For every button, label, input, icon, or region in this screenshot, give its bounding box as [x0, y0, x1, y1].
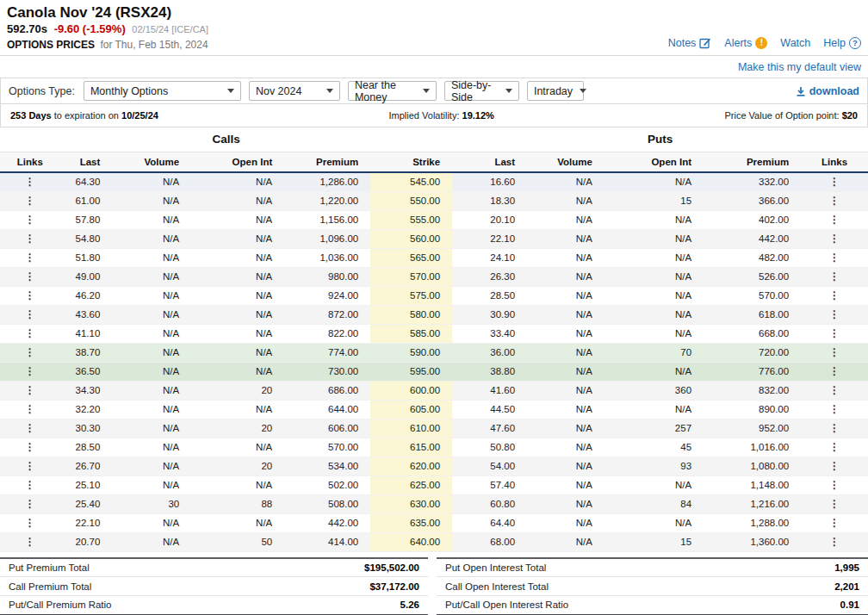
session-select[interactable]: Intraday	[527, 81, 584, 101]
price-change: -9.60 (-1.59%)	[54, 22, 126, 35]
put-row-menu-icon[interactable]: ⋮	[801, 457, 868, 475]
put-premium: 720.00	[704, 343, 801, 362]
call-row-menu-icon[interactable]: ⋮	[0, 494, 60, 513]
table-row: ⋮28.50N/AN/A570.00615.0050.80N/A451,016.…	[0, 438, 868, 457]
call-open-int: 88	[191, 494, 284, 513]
quote-date: 02/15/24 [ICE/CA]	[132, 24, 208, 34]
help-link[interactable]: Help ?	[823, 37, 861, 49]
download-button[interactable]: download	[796, 85, 859, 97]
put-open-int: N/A	[604, 475, 704, 494]
column-header-links-calls: Links	[0, 152, 60, 172]
session-value: Intraday	[534, 85, 573, 97]
put-open-int: N/A	[604, 513, 704, 532]
column-header-row: Links Last Volume Open Int Premium Strik…	[0, 152, 868, 172]
notes-link[interactable]: Notes	[668, 37, 712, 49]
call-row-menu-icon[interactable]: ⋮	[0, 248, 60, 267]
put-row-menu-icon[interactable]: ⋮	[801, 191, 868, 210]
view-mode-select[interactable]: Side-by-Side	[444, 81, 519, 101]
call-open-int: N/A	[191, 191, 284, 210]
put-open-int: N/A	[604, 248, 704, 267]
call-row-menu-icon[interactable]: ⋮	[0, 362, 60, 381]
summary-value: 0.91	[779, 596, 868, 615]
call-row-menu-icon[interactable]: ⋮	[0, 191, 60, 210]
put-volume: N/A	[527, 343, 604, 362]
strike: 615.00	[370, 438, 452, 457]
call-row-menu-icon[interactable]: ⋮	[0, 419, 60, 438]
call-row-menu-icon[interactable]: ⋮	[0, 305, 60, 324]
put-row-menu-icon[interactable]: ⋮	[801, 362, 868, 381]
puts-group-header: Puts	[452, 127, 868, 152]
put-last: 26.30	[452, 267, 527, 286]
put-premium: 890.00	[704, 400, 801, 419]
put-row-menu-icon[interactable]: ⋮	[801, 494, 868, 513]
put-premium: 1,016.00	[704, 438, 801, 457]
put-volume: N/A	[527, 494, 604, 513]
call-row-menu-icon[interactable]: ⋮	[0, 324, 60, 343]
call-row-menu-icon[interactable]: ⋮	[0, 532, 60, 551]
put-last: 60.80	[452, 494, 527, 513]
strike: 575.00	[370, 286, 452, 305]
put-row-menu-icon[interactable]: ⋮	[801, 419, 868, 438]
call-premium: 414.00	[284, 532, 370, 551]
put-volume: N/A	[527, 362, 604, 381]
call-premium: 508.00	[284, 494, 370, 513]
call-open-int: 20	[191, 457, 284, 475]
put-last: 41.60	[452, 381, 527, 400]
put-row-menu-icon[interactable]: ⋮	[801, 210, 868, 229]
call-row-menu-icon[interactable]: ⋮	[0, 513, 60, 532]
call-volume: 30	[112, 494, 191, 513]
call-volume: N/A	[112, 248, 191, 267]
caret-down-icon	[505, 89, 512, 93]
options-type-select[interactable]: Monthly Options	[84, 81, 241, 101]
put-row-menu-icon[interactable]: ⋮	[801, 475, 868, 494]
call-volume: N/A	[112, 362, 191, 381]
expiration-month-select[interactable]: Nov 2024	[249, 81, 340, 101]
put-open-int: 70	[604, 343, 704, 362]
summary-value: $37,172.00	[272, 577, 428, 596]
strike-range-select[interactable]: Near the Money	[348, 81, 437, 101]
call-row-menu-icon[interactable]: ⋮	[0, 343, 60, 362]
call-row-menu-icon[interactable]: ⋮	[0, 475, 60, 494]
put-row-menu-icon[interactable]: ⋮	[801, 513, 868, 532]
call-row-menu-icon[interactable]: ⋮	[0, 267, 60, 286]
call-open-int: N/A	[191, 210, 284, 229]
put-last: 47.60	[452, 419, 527, 438]
put-row-menu-icon[interactable]: ⋮	[801, 438, 868, 457]
call-row-menu-icon[interactable]: ⋮	[0, 210, 60, 229]
call-row-menu-icon[interactable]: ⋮	[0, 438, 60, 457]
table-row: ⋮36.50N/AN/A730.00595.0038.80N/AN/A776.0…	[0, 362, 868, 381]
premium-summary-table: Put Premium Total$195,502.00Call Premium…	[0, 557, 428, 615]
watch-link[interactable]: Watch	[780, 37, 810, 49]
open-interest-summary-table: Put Open Interest Total1,995Call Open In…	[437, 557, 868, 615]
call-row-menu-icon[interactable]: ⋮	[0, 286, 60, 305]
put-premium: 1,148.00	[704, 475, 801, 494]
put-row-menu-icon[interactable]: ⋮	[801, 532, 868, 551]
put-row-menu-icon[interactable]: ⋮	[801, 248, 868, 267]
put-row-menu-icon[interactable]: ⋮	[801, 305, 868, 324]
put-row-menu-icon[interactable]: ⋮	[801, 229, 868, 248]
put-row-menu-icon[interactable]: ⋮	[801, 381, 868, 400]
strike: 570.00	[370, 267, 452, 286]
put-open-int: N/A	[604, 362, 704, 381]
call-row-menu-icon[interactable]: ⋮	[0, 229, 60, 248]
put-row-menu-icon[interactable]: ⋮	[801, 343, 868, 362]
put-last: 38.80	[452, 362, 527, 381]
put-row-menu-icon[interactable]: ⋮	[801, 286, 868, 305]
put-row-menu-icon[interactable]: ⋮	[801, 267, 868, 286]
call-row-menu-icon[interactable]: ⋮	[0, 381, 60, 400]
call-open-int: 20	[191, 419, 284, 438]
call-row-menu-icon[interactable]: ⋮	[0, 172, 60, 191]
put-volume: N/A	[527, 400, 604, 419]
call-row-menu-icon[interactable]: ⋮	[0, 400, 60, 419]
put-row-menu-icon[interactable]: ⋮	[801, 400, 868, 419]
summary-label: Put Premium Total	[0, 558, 272, 577]
alerts-link[interactable]: Alerts !	[724, 37, 767, 49]
table-row: ⋮51.80N/AN/A1,036.00565.0024.10N/AN/A482…	[0, 248, 868, 267]
default-view-link[interactable]: Make this my default view	[738, 61, 861, 73]
put-row-menu-icon[interactable]: ⋮	[801, 324, 868, 343]
call-row-menu-icon[interactable]: ⋮	[0, 457, 60, 475]
expiration-month-value: Nov 2024	[256, 85, 302, 97]
column-header-put-volume: Volume	[527, 152, 604, 172]
put-last: 22.10	[452, 229, 527, 248]
put-row-menu-icon[interactable]: ⋮	[801, 172, 868, 191]
